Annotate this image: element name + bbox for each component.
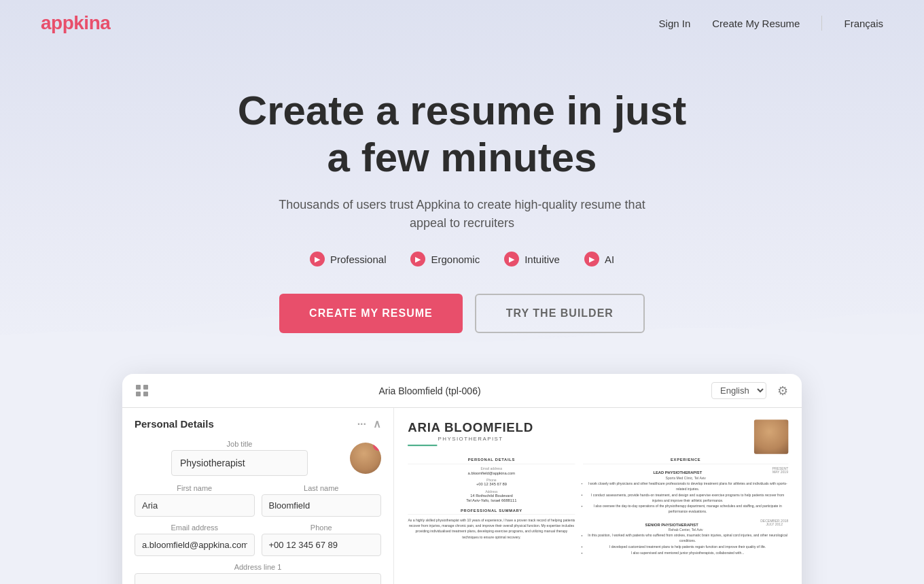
exp2-company: Rehab Center, Tel Aviv: [583, 528, 788, 532]
resume-phone-value: +00 12 345 67 89: [408, 482, 575, 486]
try-builder-button[interactable]: TRY THE BUILDER: [475, 294, 645, 333]
first-name-input[interactable]: [135, 494, 255, 517]
feature-intuitive: ▶ Intuitive: [504, 252, 560, 267]
exp1-bullet-2: I conduct assessments, provide hands-on …: [587, 493, 788, 503]
hero-title: Create a resume in just a few minutes: [231, 87, 693, 181]
exp2-bullet-3: I also supervised and mentored junior ph…: [587, 551, 788, 556]
section-title: Personal Details: [135, 418, 214, 430]
exp1-header: LEAD PHYSIOTHERAPIST PRESENTMAY 2019: [583, 467, 788, 476]
logo[interactable]: appkina: [41, 12, 110, 34]
resume-left-col: PERSONAL DETAILS Email address a.bloomfi…: [408, 458, 575, 560]
collapse-icon[interactable]: ∧: [373, 417, 381, 430]
resume-photo: [754, 419, 788, 453]
cta-buttons: CREATE MY RESUME TRY THE BUILDER: [14, 294, 910, 333]
resume-panel: ARIA BLOOMFIELD PHYSIOTHERAPIST PERSONAL…: [394, 408, 802, 584]
demo-topbar: Aria Bloomfield (tpl-006) English ⚙: [122, 374, 802, 408]
exp2-bullet-2: I developed customized treatment plans t…: [587, 545, 788, 550]
exp2-bullets: In this position, I worked with patients…: [583, 533, 788, 555]
resume-address-label: Address: [408, 489, 575, 493]
first-name-field: First name: [135, 484, 255, 517]
job-title-input[interactable]: [171, 450, 308, 476]
feature-intuitive-label: Intuitive: [525, 254, 560, 265]
feature-ergonomic: ▶ Ergonomic: [410, 252, 480, 267]
gear-icon[interactable]: ⚙: [777, 383, 788, 398]
summary-section: PROFESSIONAL SUMMARY As a highly skilled…: [408, 509, 575, 540]
features-list: ▶ Professional ▶ Ergonomic ▶ Intuitive ▶…: [14, 252, 910, 267]
exp-entry-2: SENIOR PHYSIOTHERAPIST DECEMBER 2018JULY…: [583, 519, 788, 555]
last-name-input[interactable]: [262, 494, 382, 517]
avatar-close-button[interactable]: ×: [373, 443, 381, 451]
feature-ai: ▶ AI: [584, 252, 614, 267]
exp1-dates: PRESENTMAY 2019: [772, 467, 789, 474]
section-actions: ··· ∧: [357, 417, 381, 430]
resume-address-value: 14 Rothschild BoulevardTel Aviv-Yafo, Is…: [408, 494, 575, 502]
summary-text: As a highly skilled physiotherapist with…: [408, 517, 575, 539]
resume-phone-label: Phone: [408, 479, 575, 482]
feature-ergonomic-label: Ergonomic: [431, 254, 480, 265]
language-select[interactable]: English: [711, 382, 766, 399]
resume-right-col: EXPERIENCE LEAD PHYSIOTHERAPIST PRESENTM…: [583, 458, 788, 560]
demo-body: Personal Details ··· ∧ Job title ×: [122, 408, 802, 584]
feature-intuitive-icon: ▶: [504, 252, 519, 267]
form-panel: Personal Details ··· ∧ Job title ×: [122, 408, 394, 584]
feature-ai-icon: ▶: [584, 252, 599, 267]
address-field: Address line 1: [135, 563, 381, 584]
address-label: Address line 1: [135, 563, 381, 571]
form-section-header: Personal Details ··· ∧: [122, 408, 393, 440]
feature-professional: ▶ Professional: [310, 252, 387, 267]
exp2-header: SENIOR PHYSIOTHERAPIST DECEMBER 2018JULY…: [583, 519, 788, 528]
job-title-label: Job title: [135, 440, 344, 448]
exp-entry-1: LEAD PHYSIOTHERAPIST PRESENTMAY 2019 Spo…: [583, 467, 788, 514]
phone-field: Phone: [262, 523, 382, 556]
grid-icon[interactable]: [136, 385, 148, 396]
resume-accent-bar: [408, 445, 437, 446]
navbar: appkina Sign In Create My Resume Françai…: [0, 0, 924, 46]
language-selector[interactable]: Français: [844, 18, 883, 29]
exp2-bullet-1: In this position, I worked with patients…: [587, 533, 788, 543]
last-name-label: Last name: [262, 484, 382, 492]
nav-divider: [821, 16, 822, 31]
demo-window: Aria Bloomfield (tpl-006) English ⚙ Pers…: [122, 374, 802, 584]
exp1-title: LEAD PHYSIOTHERAPIST: [653, 470, 702, 475]
resume-email-label: Email address: [408, 467, 575, 470]
phone-label: Phone: [262, 523, 382, 532]
more-options-icon[interactable]: ···: [357, 418, 366, 430]
name-fields: First name Last name Email address: [122, 484, 393, 584]
personal-details-title: PERSONAL DETAILS: [408, 458, 575, 464]
job-title-field: Job title: [135, 440, 344, 476]
resume-email-value: a.bloomfield@appkina.com: [408, 471, 575, 475]
avatar-thumbnail: ×: [350, 443, 381, 474]
resume-name: ARIA BLOOMFIELD: [408, 419, 533, 434]
exp2-title: SENIOR PHYSIOTHERAPIST: [645, 522, 698, 526]
feature-professional-icon: ▶: [310, 252, 325, 267]
create-resume-button[interactable]: CREATE MY RESUME: [279, 294, 463, 333]
address-input[interactable]: [135, 573, 381, 584]
feature-professional-label: Professional: [330, 254, 387, 265]
email-label: Email address: [135, 523, 255, 532]
address-row: Address line 1: [135, 563, 381, 584]
resume-name-block: ARIA BLOOMFIELD PHYSIOTHERAPIST: [408, 419, 533, 453]
resume-header: ARIA BLOOMFIELD PHYSIOTHERAPIST: [408, 419, 788, 453]
resume-job-title: PHYSIOTHERAPIST: [408, 436, 533, 442]
hero-section: Create a resume in just a few minutes Th…: [0, 46, 924, 584]
job-title-row: Job title ×: [135, 440, 381, 476]
first-name-label: First name: [135, 484, 255, 492]
summary-title: PROFESSIONAL SUMMARY: [408, 509, 575, 515]
resume-columns: PERSONAL DETAILS Email address a.bloomfi…: [408, 458, 788, 560]
feature-ergonomic-icon: ▶: [410, 252, 425, 267]
exp1-company: Sports Med Clinic, Tel Aviv: [583, 477, 788, 480]
email-field: Email address: [135, 523, 255, 556]
feature-ai-label: AI: [605, 254, 614, 265]
sign-in-link[interactable]: Sign In: [659, 18, 691, 29]
last-name-field: Last name: [262, 484, 382, 517]
experience-title: EXPERIENCE: [583, 458, 788, 464]
phone-input[interactable]: [262, 534, 382, 556]
nav-links: Sign In Create My Resume Français: [659, 16, 883, 31]
create-resume-link[interactable]: Create My Resume: [712, 18, 800, 29]
demo-tab-title: Aria Bloomfield (tpl-006): [159, 385, 700, 396]
exp1-bullet-3: I also oversee the day-to-day operations…: [587, 504, 788, 514]
exp2-dates: DECEMBER 2018JULY 2012: [760, 519, 788, 526]
email-input[interactable]: [135, 534, 255, 556]
exp1-bullets: I work closely with physicians and other…: [583, 481, 788, 514]
exp1-bullet-1: I work closely with physicians and other…: [587, 481, 788, 492]
